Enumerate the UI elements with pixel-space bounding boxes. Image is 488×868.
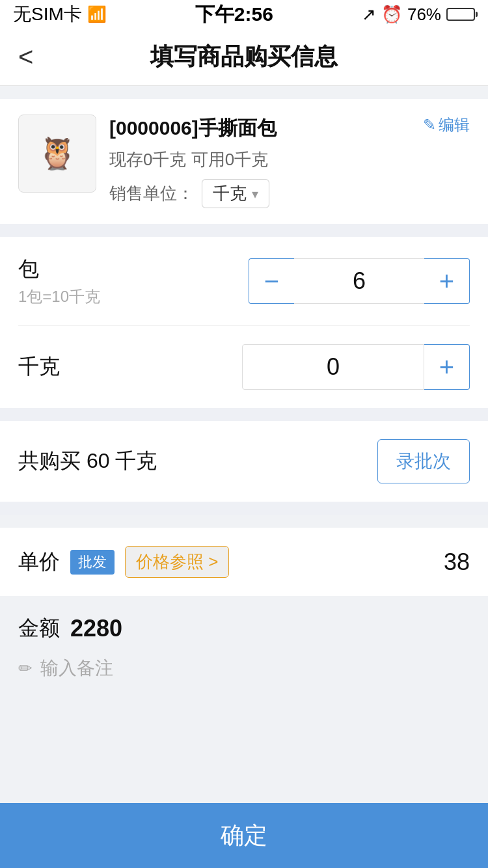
status-bar: 无SIM卡 📶 下午2:56 ↗ ⏰ 76%	[0, 0, 488, 29]
pack-controls: − +	[249, 258, 470, 304]
back-button[interactable]: <	[18, 42, 33, 72]
product-name-row: [0000006]手撕面包 ✎ 编辑	[109, 115, 470, 142]
price-reference-button[interactable]: 价格参照 >	[125, 546, 229, 578]
kg-row: 千克 +	[18, 326, 470, 408]
price-label: 单价	[18, 548, 60, 576]
edit-icon: ✎	[423, 116, 436, 134]
product-stock: 现存0千克 可用0千克	[109, 148, 470, 171]
status-time: 下午2:56	[195, 1, 273, 28]
pack-label-main: 包	[18, 255, 100, 284]
price-left: 单价 批发 价格参照 >	[18, 546, 229, 578]
amount-label: 金额	[18, 614, 60, 643]
carrier-label: 无SIM卡	[13, 2, 82, 27]
remark-row[interactable]: ✏ 输入备注	[18, 656, 470, 681]
kg-controls: +	[242, 344, 470, 390]
record-batch-button[interactable]: 录批次	[377, 439, 470, 483]
pack-quantity-input[interactable]	[294, 258, 424, 304]
unit-value: 千克	[213, 182, 247, 205]
location-icon: ↗	[362, 5, 376, 25]
amount-section: 金额 2280 ✏ 输入备注	[0, 596, 488, 699]
nav-bar: < 填写商品购买信息	[0, 29, 488, 86]
confirm-button[interactable]: 确定	[0, 803, 488, 868]
kg-label-main: 千克	[18, 353, 60, 381]
section-divider-2	[0, 408, 488, 421]
pack-label: 包 1包=10千克	[18, 255, 100, 307]
pack-decrement-button[interactable]: −	[249, 258, 294, 304]
total-text: 共购买 60 千克	[18, 447, 157, 476]
wifi-icon: 📶	[87, 5, 107, 23]
price-value: 38	[444, 549, 470, 576]
product-thumbnail: 🦉	[18, 115, 96, 193]
batch-tag: 批发	[70, 550, 115, 575]
total-section: 共购买 60 千克 录批次	[0, 421, 488, 502]
unit-label: 销售单位：	[109, 182, 194, 205]
product-unit-row: 销售单位： 千克 ▾	[109, 179, 470, 208]
product-logo: 🦉	[38, 135, 77, 172]
battery-percent: 76%	[407, 5, 441, 25]
confirm-button-label: 确定	[221, 820, 267, 852]
edit-button[interactable]: ✎ 编辑	[423, 115, 470, 135]
price-section: 单价 批发 价格参照 > 38	[0, 528, 488, 596]
section-divider-1	[0, 224, 488, 237]
edit-label: 编辑	[439, 115, 470, 135]
alarm-icon: ⏰	[381, 5, 402, 25]
section-divider-3	[0, 502, 488, 515]
chevron-down-icon: ▾	[252, 186, 258, 202]
remark-text: 输入备注	[40, 656, 113, 681]
page-title: 填写商品购买信息	[150, 41, 338, 73]
kg-quantity-input[interactable]	[242, 344, 424, 390]
kg-increment-button[interactable]: +	[424, 344, 470, 390]
product-info: [0000006]手撕面包 ✎ 编辑 现存0千克 可用0千克 销售单位： 千克 …	[109, 115, 470, 208]
pack-increment-button[interactable]: +	[424, 258, 470, 304]
battery-bar	[446, 8, 475, 21]
unit-select[interactable]: 千克 ▾	[202, 179, 269, 208]
product-name: [0000006]手撕面包	[109, 115, 277, 142]
amount-value: 2280	[70, 615, 122, 642]
pack-row: 包 1包=10千克 − +	[18, 237, 470, 326]
remark-icon: ✏	[18, 658, 33, 679]
kg-label: 千克	[18, 353, 60, 381]
amount-row: 金额 2280	[18, 614, 470, 643]
status-left: 无SIM卡 📶	[13, 2, 107, 27]
status-right: ↗ ⏰ 76%	[362, 5, 475, 25]
pack-label-sub: 1包=10千克	[18, 286, 100, 307]
quantity-section: 包 1包=10千克 − + 千克 +	[0, 237, 488, 408]
product-section: 🦉 [0000006]手撕面包 ✎ 编辑 现存0千克 可用0千克 销售单位： 千…	[0, 99, 488, 224]
